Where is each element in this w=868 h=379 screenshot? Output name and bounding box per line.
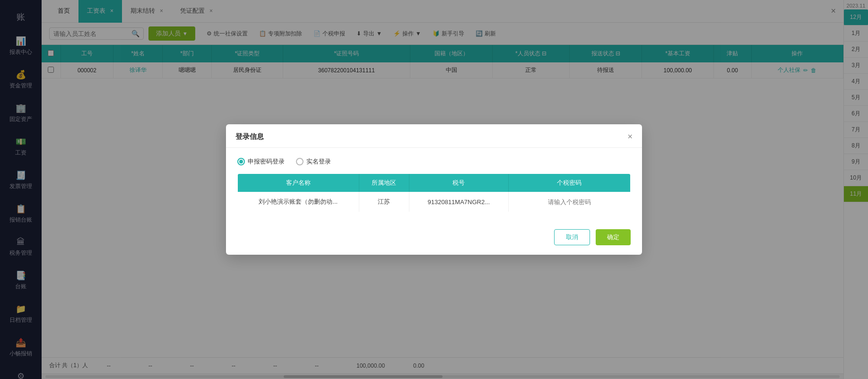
inner-cell-tax-no: 91320811MA7NGR2... — [409, 192, 508, 212]
dialog-close-button[interactable]: × — [627, 132, 633, 142]
cancel-button[interactable]: 取消 — [554, 229, 590, 245]
dialog-title: 登录信息 — [235, 132, 264, 141]
login-table-row: 刘小艳演示账套（勿删勿动... 江苏 91320811MA7NGR2... — [238, 192, 631, 212]
radio-password-dot — [239, 160, 243, 164]
login-dialog: 登录信息 × 申报密码登录 实名登录 — [226, 124, 642, 255]
inner-col-customer: 客户名称 — [238, 174, 359, 192]
inner-col-tax-no: 税号 — [409, 174, 508, 192]
inner-cell-region: 江苏 — [359, 192, 409, 212]
login-inner-table: 客户名称 所属地区 税号 个税密码 刘小艳演示账套（勿删勿动... 江苏 913… — [237, 173, 631, 212]
dialog-body: 申报密码登录 实名登录 客户名称 所属地区 税号 个税密码 — [226, 148, 642, 222]
radio-password-circle — [237, 158, 245, 165]
tax-password-input[interactable] — [515, 198, 624, 206]
dialog-overlay: 登录信息 × 申报密码登录 实名登录 — [0, 0, 868, 379]
inner-col-password: 个税密码 — [508, 174, 630, 192]
inner-cell-customer: 刘小艳演示账套（勿删勿动... — [238, 192, 359, 212]
dialog-header: 登录信息 × — [226, 124, 642, 148]
radio-password-login[interactable]: 申报密码登录 — [237, 157, 285, 166]
radio-realname-login[interactable]: 实名登录 — [296, 157, 331, 166]
login-type-radio-group: 申报密码登录 实名登录 — [237, 157, 631, 166]
inner-col-region: 所属地区 — [359, 174, 409, 192]
inner-cell-password[interactable] — [508, 192, 630, 212]
dialog-footer: 取消 确定 — [226, 222, 642, 255]
confirm-button[interactable]: 确定 — [596, 229, 631, 245]
radio-realname-circle — [296, 158, 304, 165]
